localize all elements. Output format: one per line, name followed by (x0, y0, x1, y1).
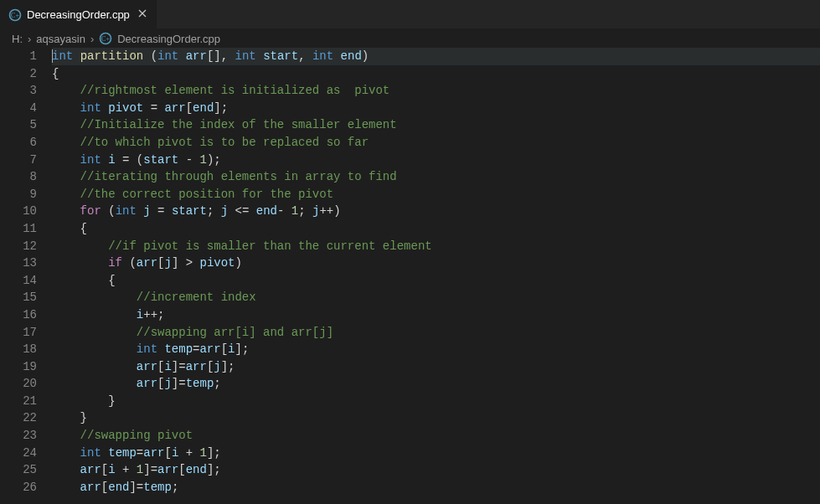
line-number: 2 (0, 65, 37, 83)
line-number: 12 (0, 238, 37, 255)
cpp-icon: C+ (8, 8, 22, 22)
line-number: 23 (0, 427, 37, 445)
close-icon[interactable] (137, 8, 148, 22)
breadcrumb[interactable]: H: › aqsayasin › C+ DecreasingOrder.cpp (0, 29, 820, 48)
line-number: 6 (0, 134, 37, 152)
line-number: 16 (0, 306, 37, 324)
line-number: 3 (0, 82, 37, 100)
crumb-root[interactable]: H: (12, 33, 23, 45)
line-number: 15 (0, 289, 37, 306)
crumb-filename: DecreasingOrder.cpp (117, 33, 220, 45)
line-number: 13 (0, 255, 37, 272)
line-number: 8 (0, 168, 37, 186)
tab-bar: C+ DecreasingOrder.cpp (0, 0, 820, 29)
line-number: 14 (0, 272, 37, 290)
svg-text:C+: C+ (11, 12, 19, 19)
editor: 1234567891011121314151617181920212223242… (0, 48, 820, 504)
line-number-gutter: 1234567891011121314151617181920212223242… (0, 48, 52, 504)
line-number: 9 (0, 186, 37, 203)
cpp-icon: C+ (99, 32, 112, 45)
line-number: 22 (0, 409, 37, 427)
svg-text:C+: C+ (101, 35, 110, 43)
line-number: 4 (0, 100, 37, 117)
tab-filename: DecreasingOrder.cpp (27, 8, 130, 21)
line-number: 26 (0, 479, 37, 496)
line-number: 10 (0, 203, 37, 220)
line-number: 1 (0, 48, 37, 65)
line-number: 25 (0, 461, 37, 479)
line-number: 21 (0, 393, 37, 410)
tab-active[interactable]: C+ DecreasingOrder.cpp (0, 0, 157, 29)
line-number: 17 (0, 324, 37, 342)
line-number: 19 (0, 358, 37, 376)
chevron-right-icon: › (28, 33, 31, 45)
crumb-folder[interactable]: aqsayasin (36, 33, 85, 45)
line-number: 24 (0, 445, 37, 462)
line-number: 7 (0, 152, 37, 169)
line-number: 11 (0, 220, 37, 238)
line-number: 20 (0, 375, 37, 393)
line-number: 5 (0, 116, 37, 134)
code-area[interactable]: int partition (int arr[], int start, int… (52, 48, 820, 504)
chevron-right-icon: › (90, 33, 94, 45)
code-text[interactable]: int partition (int arr[], int start, int… (52, 48, 820, 496)
crumb-file[interactable]: C+ DecreasingOrder.cpp (99, 32, 220, 45)
line-number: 18 (0, 341, 37, 358)
